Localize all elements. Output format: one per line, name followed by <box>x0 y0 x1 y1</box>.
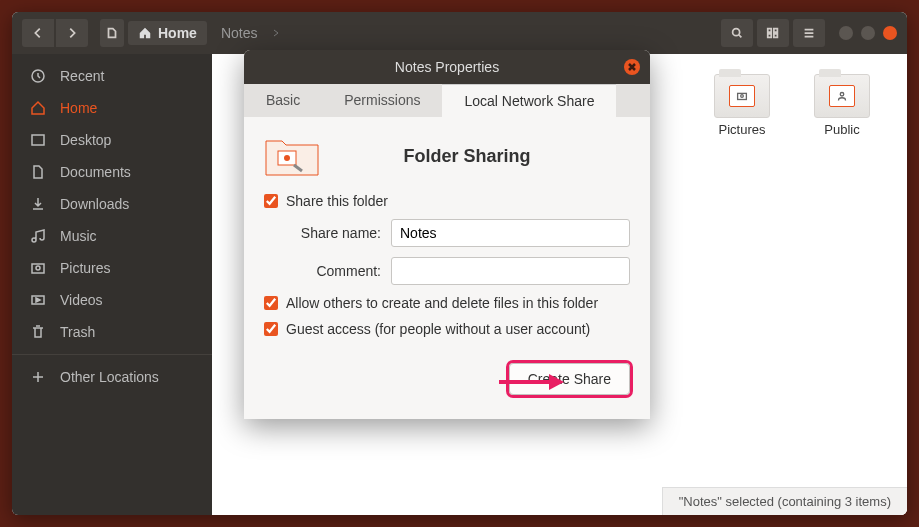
sidebar-item-pictures[interactable]: Pictures <box>12 252 212 284</box>
window-controls <box>839 26 897 40</box>
folder-item[interactable]: Public <box>802 74 882 137</box>
forward-button[interactable] <box>56 19 88 47</box>
status-bar: "Notes" selected (containing 3 items) <box>662 487 907 515</box>
sidebar-item-label: Recent <box>60 68 104 84</box>
sidebar-item-trash[interactable]: Trash <box>12 316 212 348</box>
path-root-icon[interactable] <box>100 19 124 47</box>
tab-local-network-share[interactable]: Local Network Share <box>442 84 616 117</box>
close-window-button[interactable] <box>883 26 897 40</box>
folder-icon <box>714 74 770 118</box>
share-this-folder-checkbox[interactable]: Share this folder <box>264 193 630 209</box>
breadcrumb: Home Notes <box>100 19 717 47</box>
sidebar-separator <box>12 354 212 355</box>
folder-icon <box>814 74 870 118</box>
folder-item[interactable]: Pictures <box>702 74 782 137</box>
share-folder-icon <box>264 133 320 179</box>
dialog-title: Notes Properties <box>395 59 499 75</box>
guest-access-checkbox[interactable]: Guest access (for people without a user … <box>264 321 630 337</box>
dialog-footer: Create Share <box>244 345 650 419</box>
svg-rect-2 <box>774 29 778 33</box>
tab-basic[interactable]: Basic <box>244 84 322 117</box>
annotation-arrow <box>494 367 574 401</box>
sidebar-item-recent[interactable]: Recent <box>12 60 212 92</box>
comment-input[interactable] <box>391 257 630 285</box>
folder-label: Pictures <box>719 122 766 137</box>
sidebar-item-label: Trash <box>60 324 95 340</box>
svg-rect-3 <box>768 34 772 38</box>
svg-point-12 <box>741 95 744 98</box>
share-this-folder-input[interactable] <box>264 194 278 208</box>
toolbar: Home Notes <box>12 12 907 54</box>
sidebar-item-label: Downloads <box>60 196 129 212</box>
dialog-title-bar[interactable]: Notes Properties <box>244 50 650 84</box>
svg-point-15 <box>284 155 290 161</box>
svg-rect-1 <box>768 29 772 33</box>
folder-label: Public <box>824 122 859 137</box>
menu-button[interactable] <box>793 19 825 47</box>
sidebar-item-label: Documents <box>60 164 131 180</box>
tab-permissions[interactable]: Permissions <box>322 84 442 117</box>
comment-label: Comment: <box>286 263 381 279</box>
breadcrumb-current-label: Notes <box>221 25 258 41</box>
dialog-heading: Folder Sharing <box>344 146 590 167</box>
tab-label: Basic <box>266 92 300 108</box>
maximize-button[interactable] <box>861 26 875 40</box>
breadcrumb-current[interactable]: Notes <box>211 21 268 45</box>
tab-label: Permissions <box>344 92 420 108</box>
svg-rect-4 <box>774 34 778 38</box>
checkbox-label: Guest access (for people without a user … <box>286 321 590 337</box>
sidebar-item-label: Music <box>60 228 97 244</box>
allow-write-input[interactable] <box>264 296 278 310</box>
share-name-input[interactable] <box>391 219 630 247</box>
tab-label: Local Network Share <box>464 93 594 109</box>
sidebar-item-documents[interactable]: Documents <box>12 156 212 188</box>
sidebar-item-label: Pictures <box>60 260 111 276</box>
svg-rect-6 <box>32 135 44 145</box>
share-name-label: Share name: <box>286 225 381 241</box>
svg-point-8 <box>36 266 40 270</box>
sidebar-item-label: Videos <box>60 292 103 308</box>
sidebar-item-desktop[interactable]: Desktop <box>12 124 212 156</box>
breadcrumb-home[interactable]: Home <box>128 21 207 45</box>
sidebar-item-music[interactable]: Music <box>12 220 212 252</box>
sidebar-item-label: Home <box>60 100 97 116</box>
sidebar: Recent Home Desktop Documents Downloads … <box>12 54 212 515</box>
dialog-close-button[interactable] <box>624 59 640 75</box>
svg-point-0 <box>733 29 740 36</box>
dialog-tabs: Basic Permissions Local Network Share <box>244 84 650 117</box>
checkbox-label: Allow others to create and delete files … <box>286 295 598 311</box>
properties-dialog: Notes Properties Basic Permissions Local… <box>244 50 650 419</box>
sidebar-item-downloads[interactable]: Downloads <box>12 188 212 220</box>
breadcrumb-home-label: Home <box>158 25 197 41</box>
sidebar-item-label: Desktop <box>60 132 111 148</box>
sidebar-item-home[interactable]: Home <box>12 92 212 124</box>
svg-point-13 <box>840 93 844 97</box>
guest-access-input[interactable] <box>264 322 278 336</box>
search-button[interactable] <box>721 19 753 47</box>
sidebar-item-label: Other Locations <box>60 369 159 385</box>
back-button[interactable] <box>22 19 54 47</box>
view-toggle-button[interactable] <box>757 19 789 47</box>
status-text: "Notes" selected (containing 3 items) <box>679 494 891 509</box>
sidebar-item-other-locations[interactable]: Other Locations <box>12 361 212 393</box>
minimize-button[interactable] <box>839 26 853 40</box>
sidebar-item-videos[interactable]: Videos <box>12 284 212 316</box>
checkbox-label: Share this folder <box>286 193 388 209</box>
dialog-body: Folder Sharing Share this folder Share n… <box>244 117 650 345</box>
allow-write-checkbox[interactable]: Allow others to create and delete files … <box>264 295 630 311</box>
